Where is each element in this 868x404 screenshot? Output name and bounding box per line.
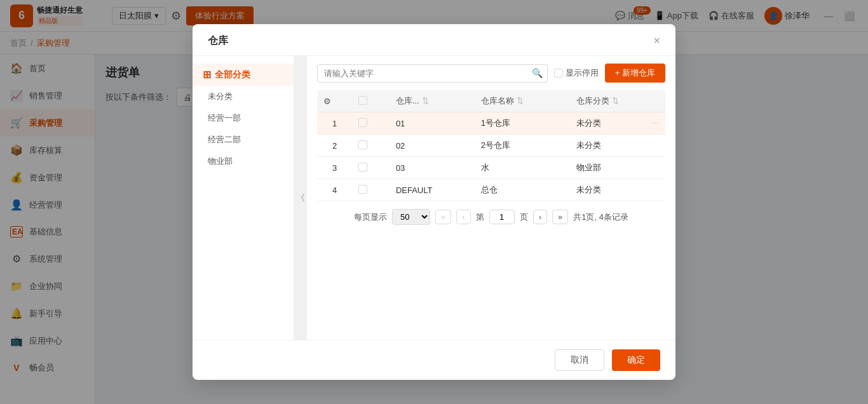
pagination: 每页显示 50 10 20 100 « ‹ 第 页 › » 共1页, 4条记录 [317,201,665,227]
dialog-close-button[interactable]: × [653,34,660,48]
row-code: 03 [390,157,475,179]
total-info: 共1页, 4条记录 [573,212,628,223]
row-category: 未分类 [570,179,665,201]
category-item-operations2[interactable]: 经营二部 [193,129,294,151]
row-name: 总仓 [475,179,570,201]
page-next-button[interactable]: › [533,210,547,224]
dialog-title: 仓库 [208,34,228,48]
dialog-body: ⊞ 全部分类 未分类 经营一部 经营二部 物业部 《 🔍 [193,56,675,340]
col-gear: ⚙ [317,90,352,112]
table-panel: 🔍 显示停用 + 新增仓库 ⚙ 仓库...⇅ [307,56,675,340]
show-disabled-label[interactable]: 显示停用 [554,67,599,79]
row-checkbox[interactable] [352,157,390,179]
row-checkbox[interactable] [352,135,390,157]
row-name: 水 [475,157,570,179]
add-warehouse-button[interactable]: + 新增仓库 [605,64,665,83]
show-disabled-checkbox[interactable] [554,69,563,77]
row-name: 1号仓库 [475,112,570,135]
row-checkbox[interactable] [352,179,390,201]
row-code: DEFAULT [390,179,475,201]
modal-overlay: 仓库 × ⊞ 全部分类 未分类 经营一部 经营二部 物业部 《 [0,0,868,404]
category-all[interactable]: ⊞ 全部分类 [193,64,294,86]
table-row[interactable]: 1 01 1号仓库 未分类··· [317,112,665,135]
page-number-input[interactable] [489,210,515,224]
search-input[interactable] [317,64,548,83]
search-icon[interactable]: 🔍 [532,68,543,78]
row-index: 3 [317,157,352,179]
table-head: ⚙ 仓库...⇅ 仓库名称⇅ 仓库分类⇅ [317,90,665,112]
col-category[interactable]: 仓库分类⇅ [570,90,665,112]
table-header-row: ⚙ 仓库...⇅ 仓库名称⇅ 仓库分类⇅ [317,90,665,112]
sort-icon-category: ⇅ [612,96,619,105]
per-page-select[interactable]: 50 10 20 100 [392,209,430,225]
col-code[interactable]: 仓库...⇅ [390,90,475,112]
panel-collapse-button[interactable]: 《 [294,56,307,340]
row-index: 1 [317,112,352,135]
grid-icon: ⊞ [203,69,211,81]
col-name[interactable]: 仓库名称⇅ [475,90,570,112]
col-checkbox-header[interactable] [352,90,390,112]
confirm-button[interactable]: 确定 [612,349,660,371]
row-category: 物业部 [570,157,665,179]
table-toolbar: 🔍 显示停用 + 新增仓库 [317,64,665,83]
page-prev-button[interactable]: ‹ [456,210,470,224]
category-item-unclassified[interactable]: 未分类 [193,86,294,107]
search-input-wrap: 🔍 [317,64,548,83]
page-suffix: 页 [520,212,528,223]
row-category: 未分类··· [570,112,665,135]
row-category: 未分类 [570,135,665,157]
sort-icon-name: ⇅ [517,96,524,105]
row-checkbox[interactable] [352,112,390,135]
per-page-label: 每页显示 [354,212,387,223]
row-index: 4 [317,179,352,201]
category-item-property[interactable]: 物业部 [193,151,294,172]
warehouse-table: ⚙ 仓库...⇅ 仓库名称⇅ 仓库分类⇅ 1 01 1号仓库 [317,90,665,201]
sort-icon-code: ⇅ [422,96,429,105]
category-item-operations1[interactable]: 经营一部 [193,107,294,129]
table-body: 1 01 1号仓库 未分类··· 2 02 2号仓库 未分类 [317,112,665,201]
warehouse-dialog: 仓库 × ⊞ 全部分类 未分类 经营一部 经营二部 物业部 《 [193,24,675,380]
row-index: 2 [317,135,352,157]
cancel-button[interactable]: 取消 [555,349,604,371]
more-icon[interactable]: ··· [652,118,659,127]
show-disabled-text: 显示停用 [566,67,599,79]
row-name: 2号仓库 [475,135,570,157]
page-label: 第 [476,212,484,223]
page-first-button[interactable]: « [435,210,451,224]
dialog-header: 仓库 × [193,24,675,56]
table-row[interactable]: 3 03 水 物业部 [317,157,665,179]
table-row[interactable]: 4 DEFAULT 总仓 未分类 [317,179,665,201]
category-panel: ⊞ 全部分类 未分类 经营一部 经营二部 物业部 [193,56,294,340]
row-code: 01 [390,112,475,135]
table-row[interactable]: 2 02 2号仓库 未分类 [317,135,665,157]
select-all-checkbox[interactable] [358,96,367,105]
dialog-footer: 取消 确定 [193,340,675,380]
page-last-button[interactable]: » [552,210,568,224]
row-code: 02 [390,135,475,157]
category-all-label: 全部分类 [215,69,250,81]
